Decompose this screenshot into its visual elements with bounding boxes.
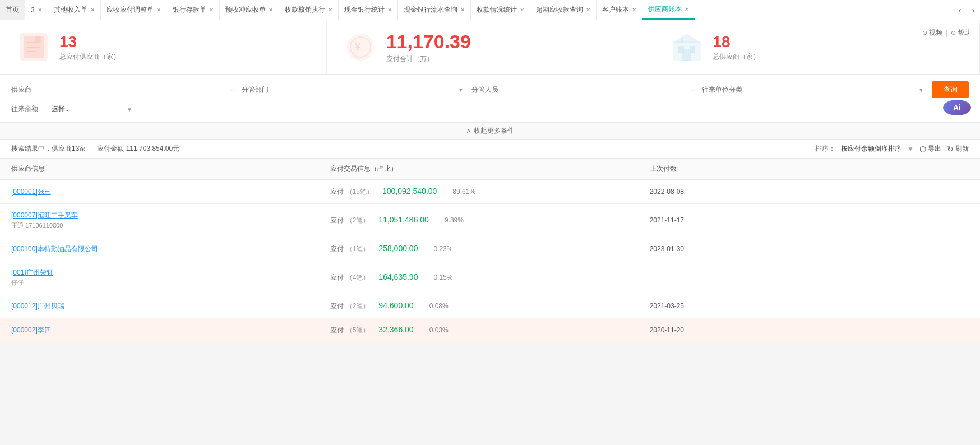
- dept-select[interactable]: [279, 84, 285, 96]
- nav-prev-arrow[interactable]: ‹: [953, 0, 967, 20]
- nav-cash-bank-stat[interactable]: 现金银行统计 ✕: [339, 0, 398, 20]
- table-row: [000100]本特勤油品有限公司 应付 （1笔） 258,000.00 0.2…: [0, 237, 980, 261]
- transaction-info-6: 应付 （5笔） 32,366.00 0.03%: [330, 325, 649, 335]
- sort-value[interactable]: 按应付余额倒序排序: [841, 144, 902, 154]
- total-suppliers-number: 18: [713, 33, 760, 52]
- nav-next-arrow[interactable]: ›: [967, 0, 980, 20]
- export-label: 导出: [928, 144, 941, 154]
- supplier-link-4[interactable]: [001]广州荣轩: [11, 268, 330, 277]
- svg-rect-14: [681, 38, 683, 43]
- nav-tab3-label: 3: [31, 6, 35, 14]
- supplier-dots[interactable]: ···: [230, 86, 235, 94]
- amount-value-1[interactable]: 100,092,540.00: [382, 187, 437, 196]
- person-dots[interactable]: ···: [690, 86, 696, 94]
- supplier-input[interactable]: [48, 84, 229, 96]
- table-row: [000001]张三 应付 （15笔） 100,092,540.00 89.61…: [0, 180, 980, 204]
- supplier-link-1[interactable]: [000001]张三: [11, 187, 330, 197]
- nav-customer-ledger-close[interactable]: ✕: [632, 7, 636, 13]
- nav-bank-deposit[interactable]: 银行存款单 ✕: [167, 0, 220, 20]
- balance-select[interactable]: 选择...: [48, 103, 75, 115]
- amount-value-6[interactable]: 32,366.00: [378, 325, 413, 334]
- amount-value-5[interactable]: 94,600.00: [378, 301, 413, 310]
- amount-percent-1: 89.61%: [452, 188, 475, 196]
- nav-cash-bank-stat-close[interactable]: ✕: [387, 7, 392, 13]
- nav-home[interactable]: 首页: [0, 0, 25, 20]
- payable-amount-label: 应付合计（万）: [386, 54, 471, 64]
- svg-point-5: [35, 36, 41, 43]
- transaction-label-1: 应付 （15笔）: [330, 187, 373, 197]
- export-button[interactable]: ⬡ 导出: [919, 144, 941, 154]
- person-input[interactable]: [509, 84, 689, 96]
- result-bar: 搜索结果中，供应商13家 应付金额 111,703,854.00元 排序： 按应…: [0, 140, 980, 159]
- balance-select-wrapper: 选择... ▼: [48, 103, 135, 115]
- search-button[interactable]: 查询: [932, 81, 969, 98]
- summary-payable-amount: ¥ 11,170.39 应付合计（万）: [327, 20, 654, 74]
- transaction-info-4: 应付 （4笔） 164,635.90 0.15%: [330, 272, 649, 282]
- nav-supplier-ledger[interactable]: 供应商账本 ✕: [642, 0, 695, 20]
- top-right-links: ⊙ 视频 | ⊙ 帮助: [922, 28, 971, 38]
- nav-prepay-ar-close[interactable]: ✕: [269, 7, 273, 13]
- nav-supplier-ledger-close[interactable]: ✕: [685, 6, 689, 12]
- last-payment-1: 2022-08-08: [650, 188, 969, 196]
- nav-cash-bank-query-close[interactable]: ✕: [460, 7, 465, 13]
- nav-tab3-close[interactable]: ✕: [38, 7, 42, 13]
- video-link[interactable]: 视频: [929, 28, 942, 38]
- nav-tab3[interactable]: 3 ✕: [25, 0, 48, 20]
- supplier-info-6: [000002]李四: [11, 326, 330, 335]
- supplier-link-5[interactable]: [000012]广州贝瑞: [11, 302, 330, 311]
- category-chevron-icon: ▼: [918, 87, 924, 93]
- date-2: 2021-11-17: [650, 216, 684, 224]
- sort-label: 排序：: [815, 144, 835, 154]
- dept-select-wrapper: ▼: [279, 84, 466, 96]
- table-row: [000012]广州贝瑞 应付 （2笔） 94,600.00 0.08% 202…: [0, 294, 980, 318]
- help-link[interactable]: 帮助: [958, 28, 971, 38]
- nav-overdue-ar[interactable]: 超期应收款查询 ✕: [530, 0, 597, 20]
- nav-bank-deposit-close[interactable]: ✕: [209, 7, 214, 13]
- amount-value-2[interactable]: 11,051,486.00: [378, 215, 429, 224]
- nav-other-income[interactable]: 其他收入单 ✕: [48, 0, 101, 20]
- supplier-link-6[interactable]: [000002]李四: [11, 326, 330, 335]
- last-payment-5: 2021-03-25: [650, 302, 969, 310]
- header-transaction: 应付交易信息（占比）: [330, 164, 649, 174]
- result-amount: 应付金额 111,703,854.00元: [97, 144, 179, 154]
- total-suppliers-icon: [670, 30, 704, 64]
- person-label: 分管人员: [471, 85, 505, 95]
- refresh-button[interactable]: ↻ 刷新: [947, 144, 969, 154]
- nav-ar-ap-adjust-close[interactable]: ✕: [156, 7, 161, 13]
- collapse-bar[interactable]: ∧ 收起更多条件: [0, 123, 980, 140]
- nav-cash-bank-query[interactable]: 现金银行流水查询 ✕: [398, 0, 471, 20]
- nav-prepay-ar-label: 预收冲应收单: [225, 5, 266, 15]
- nav-ar-ap-adjust[interactable]: 应收应付调整单 ✕: [101, 0, 167, 20]
- filter-row-1: 供应商 ··· 分管部门 ▼ 分管人员 ··· 往来单位分类: [11, 81, 969, 98]
- supplier-link-3[interactable]: [000100]本特勤油品有限公司: [11, 244, 330, 254]
- filter-row-2: 往来余额 选择... ▼: [11, 103, 969, 115]
- ai-badge[interactable]: Ai: [943, 100, 971, 115]
- category-select[interactable]: [746, 84, 752, 96]
- table-row: [001]广州荣轩 仔仔 应付 （4笔） 164,635.90 0.15%: [0, 261, 980, 294]
- amount-value-4[interactable]: 164,635.90: [378, 272, 418, 281]
- nav-customer-ledger[interactable]: 客户账本 ✕: [597, 0, 642, 20]
- transaction-label-6: 应付 （5笔）: [330, 326, 369, 335]
- dept-chevron-icon: ▼: [458, 87, 464, 93]
- nav-receipt-verify-close[interactable]: ✕: [328, 7, 332, 13]
- summary-payable-suppliers: 13 总应付供应商（家）: [0, 20, 327, 74]
- payable-amount-number: 11,170.39: [386, 30, 471, 53]
- filter-balance: 往来余额 选择... ▼: [11, 103, 135, 115]
- nav-receipt-verify[interactable]: 收款核销执行 ✕: [279, 0, 339, 20]
- amount-percent-4: 0.15%: [433, 274, 452, 281]
- nav-other-income-close[interactable]: ✕: [90, 7, 95, 13]
- transaction-info-5: 应付 （2笔） 94,600.00 0.08%: [330, 301, 649, 311]
- ai-badge-label: Ai: [953, 103, 961, 112]
- table-row: [000007]恒旺二手叉车 王通 17106110000 应付 （2笔） 11…: [0, 204, 980, 237]
- transaction-info-2: 应付 （2笔） 11,051,486.00 9.89%: [330, 215, 649, 225]
- nav-overdue-ar-close[interactable]: ✕: [586, 7, 590, 13]
- payable-suppliers-label: 总应付供应商（家）: [59, 52, 120, 62]
- summary-section: 13 总应付供应商（家） ¥ 11,170.39 应付合计（万）: [0, 20, 980, 75]
- category-select-wrapper: ▼: [746, 84, 927, 96]
- nav-prepay-ar[interactable]: 预收冲应收单 ✕: [220, 0, 279, 20]
- amount-value-3[interactable]: 258,000.00: [378, 244, 418, 253]
- amount-percent-6: 0.03%: [429, 326, 449, 334]
- nav-receipt-stat[interactable]: 收款情况统计 ✕: [471, 0, 530, 20]
- supplier-link-2[interactable]: [000007]恒旺二手叉车: [11, 211, 330, 220]
- nav-receipt-stat-close[interactable]: ✕: [520, 7, 524, 13]
